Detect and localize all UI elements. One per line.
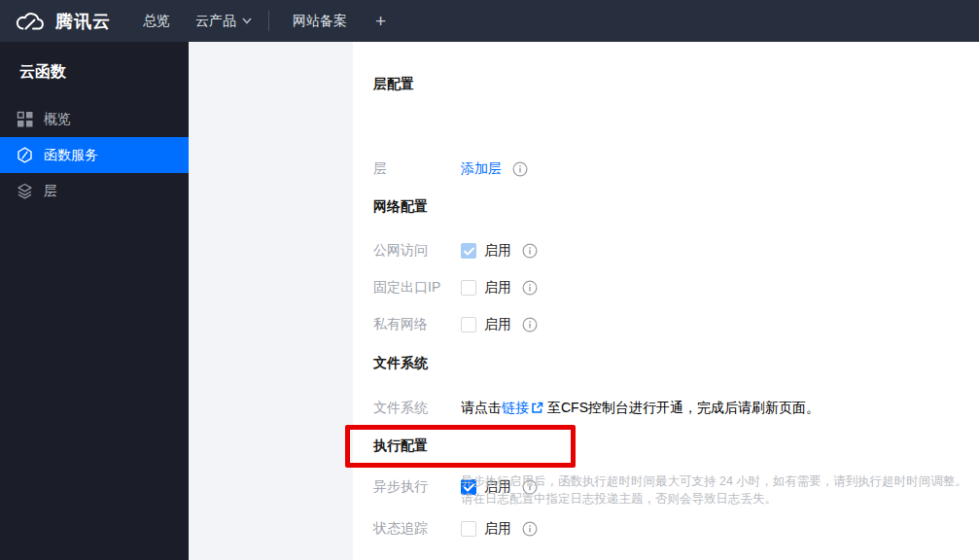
field-label: 异步执行 (373, 478, 461, 496)
info-icon[interactable] (522, 243, 538, 259)
app-window: 腾讯云 总览 云产品 网站备案 + 云函数 概览 (0, 0, 979, 560)
nav-beian[interactable]: 网站备案 (293, 13, 347, 30)
fixed-ip-checkbox[interactable] (461, 280, 476, 296)
sidebar-menu: 概览 函数服务 层 (0, 101, 189, 209)
info-icon[interactable] (512, 161, 528, 177)
grid-icon (17, 111, 33, 127)
brand-text: 腾讯云 (55, 10, 111, 33)
field-label: 层 (373, 160, 461, 178)
vpc-checkbox[interactable] (461, 317, 476, 332)
form-row-file-system: 文件系统 请点击链接至CFS控制台进行开通，完成后请刷新页面。 (373, 398, 820, 419)
sidebar-item-label: 层 (44, 183, 57, 200)
public-access-checkbox (461, 243, 476, 259)
field-label: 私有网络 (373, 316, 461, 333)
section-heading-network-config: 网络配置 (373, 198, 428, 216)
secondary-panel (189, 42, 353, 560)
info-icon[interactable] (522, 521, 538, 537)
sidebar-item-overview[interactable]: 概览 (0, 101, 189, 137)
tencent-cloud-logo-icon (14, 9, 47, 34)
async-description-line2: 请在日志配置中指定日志投递主题，否则会导致日志丢失。 (461, 491, 777, 508)
settings-panel: 层配置 层 添加层 网络配置 公网访问 启用 固定出口IP (353, 42, 979, 560)
form-row-vpc: 私有网络 启用 (373, 314, 538, 335)
sidebar-title: 云函数 (0, 42, 189, 83)
cfs-hint-text: 请点击链接至CFS控制台进行开通，完成后请刷新页面。 (461, 400, 820, 417)
sidebar-item-function-service[interactable]: 函数服务 (0, 137, 189, 173)
async-description-line1: 异步执行启用后，函数执行超时时间最大可支持 24 小时，如有需要，请到执行超时时… (461, 473, 967, 490)
enable-label: 启用 (484, 520, 511, 538)
field-label: 公网访问 (373, 242, 461, 260)
cfs-console-link[interactable]: 链接 (502, 400, 529, 415)
chevron-down-icon (242, 18, 252, 24)
nav-divider (268, 11, 269, 31)
info-icon[interactable] (522, 317, 538, 332)
field-label: 文件系统 (373, 400, 461, 417)
info-icon[interactable] (522, 280, 538, 296)
function-service-icon (17, 147, 33, 163)
form-row-layer: 层 添加层 (373, 158, 528, 180)
nav-products-dropdown[interactable]: 云产品 (195, 13, 252, 30)
sidebar: 云函数 概览 函数服务 (0, 42, 189, 560)
form-row-status-trace: 状态追踪 启用 (373, 518, 538, 540)
brand-home-link[interactable]: 腾讯云 (14, 9, 111, 34)
sidebar-item-layers[interactable]: 层 (0, 173, 189, 209)
field-label: 状态追踪 (373, 520, 461, 538)
nav-overview[interactable]: 总览 (143, 13, 170, 30)
layers-icon (17, 183, 33, 199)
form-row-public-access: 公网访问 启用 (373, 240, 538, 262)
section-heading-execution-config: 执行配置 (373, 438, 428, 455)
external-link-icon[interactable] (531, 402, 543, 414)
nav-products-label: 云产品 (195, 13, 236, 30)
section-heading-layer-config: 层配置 (373, 76, 414, 93)
sidebar-item-label: 函数服务 (44, 147, 98, 164)
topbar: 腾讯云 总览 云产品 网站备案 + (0, 0, 979, 42)
section-heading-file-system: 文件系统 (373, 355, 428, 372)
sidebar-item-label: 概览 (44, 111, 71, 128)
enable-label: 启用 (484, 242, 511, 260)
add-tab-button[interactable]: + (375, 12, 386, 30)
form-row-fixed-ip: 固定出口IP 启用 (373, 277, 538, 298)
add-layer-link[interactable]: 添加层 (461, 160, 502, 178)
status-trace-checkbox[interactable] (461, 521, 476, 537)
enable-label: 启用 (484, 316, 511, 333)
field-label: 固定出口IP (373, 279, 461, 297)
enable-label: 启用 (484, 279, 511, 297)
